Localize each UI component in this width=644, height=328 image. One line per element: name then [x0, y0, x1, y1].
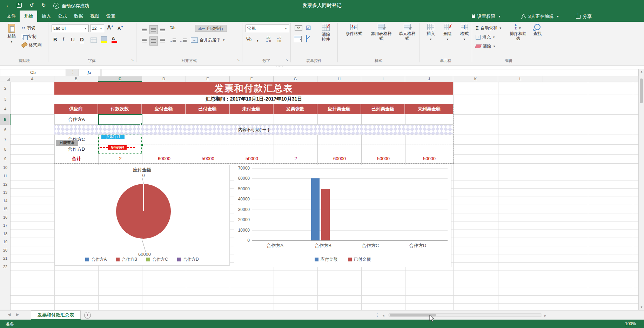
- insert-cells-button[interactable]: ← 插入 ▼: [423, 24, 438, 42]
- align-center-button[interactable]: [149, 36, 158, 46]
- column-header-J[interactable]: J: [405, 76, 453, 82]
- italic-button[interactable]: I: [62, 36, 64, 42]
- zoom-level[interactable]: 100%: [625, 321, 636, 326]
- row-header-14[interactable]: 14: [0, 197, 11, 205]
- column-header-A[interactable]: A: [11, 76, 54, 82]
- row-header-13[interactable]: 13: [0, 188, 11, 197]
- cell[interactable]: [274, 144, 318, 154]
- row-header-12[interactable]: 12: [0, 180, 11, 188]
- copy-button[interactable]: 复制: [22, 33, 36, 40]
- add-sheet-icon[interactable]: +: [84, 312, 91, 319]
- row-header-16[interactable]: 16: [0, 213, 11, 221]
- tab-home[interactable]: 开始: [20, 11, 37, 22]
- row-header-21[interactable]: 21: [0, 254, 11, 262]
- column-header-F[interactable]: F: [230, 76, 274, 82]
- underline-button[interactable]: U: [71, 36, 75, 42]
- hscroll-right-icon[interactable]: ▸: [544, 313, 546, 318]
- column-header-B[interactable]: B: [54, 76, 98, 82]
- cell[interactable]: [318, 114, 362, 125]
- sheet-nav-right-icon[interactable]: ▶: [16, 312, 19, 317]
- cell-supplier[interactable]: 合作方A: [55, 114, 99, 125]
- total-cell[interactable]: 60000: [142, 154, 186, 163]
- fx-icon[interactable]: fx: [79, 69, 100, 76]
- paste-button[interactable]: 粘贴 ▼: [4, 24, 20, 45]
- format-cells-button[interactable]: ↔ 格式 ▼: [457, 24, 472, 42]
- editing-users-button[interactable]: 3人正在编辑 ▼: [521, 13, 559, 20]
- decrease-indent-button[interactable]: ←: [180, 37, 187, 43]
- share-button[interactable]: 分享: [576, 13, 592, 20]
- formula-input[interactable]: [102, 69, 638, 76]
- name-box-splitter[interactable]: ⋮: [71, 69, 75, 74]
- row-header-8[interactable]: 8: [0, 144, 11, 154]
- cell[interactable]: [362, 135, 405, 144]
- cell[interactable]: [230, 135, 274, 144]
- row-header-11[interactable]: 11: [0, 172, 11, 180]
- scroll-up-icon[interactable]: ▲: [640, 70, 643, 73]
- cell[interactable]: [230, 114, 274, 125]
- double-underline-button[interactable]: D: [80, 36, 84, 42]
- decrease-decimal-button[interactable]: ←0.00: [276, 36, 281, 43]
- set-permissions-button[interactable]: 设置权限 ▼: [472, 13, 501, 20]
- row-header-5[interactable]: 5: [0, 114, 11, 125]
- column-header-K[interactable]: K: [453, 76, 498, 82]
- alignment-dialog-launcher-icon[interactable]: ↘: [237, 58, 240, 62]
- column-header-D[interactable]: D: [142, 76, 186, 82]
- comma-style-button[interactable]: ,: [257, 35, 259, 43]
- column-header-L[interactable]: L: [498, 76, 543, 82]
- cell[interactable]: [405, 135, 454, 144]
- total-cell[interactable]: 2: [99, 154, 142, 163]
- row-header-7[interactable]: 7: [0, 135, 11, 144]
- cell[interactable]: [362, 144, 405, 154]
- font-color-button[interactable]: A: [112, 36, 117, 43]
- align-left-button[interactable]: [140, 36, 148, 45]
- back-icon[interactable]: ←: [6, 2, 11, 8]
- bold-button[interactable]: B: [53, 36, 57, 42]
- number-dialog-launcher-icon[interactable]: ↘: [286, 58, 288, 62]
- clear-controls-button[interactable]: ✗ 清除控件: [316, 24, 336, 42]
- total-cell[interactable]: 2: [274, 154, 318, 163]
- select-all-corner[interactable]: [6, 78, 10, 81]
- wrap-text-button[interactable]: ab↩ 自动换行: [195, 25, 227, 32]
- increase-indent-button[interactable]: →: [169, 37, 176, 43]
- cut-button[interactable]: ✂ 剪切: [22, 25, 35, 32]
- autosum-button[interactable]: Σ 自动求和 ▼: [476, 25, 502, 32]
- tab-insert[interactable]: 插入: [39, 11, 54, 22]
- align-middle-button[interactable]: [149, 25, 158, 34]
- font-dialog-launcher-icon[interactable]: ↘: [131, 58, 134, 62]
- row-header-18[interactable]: 18: [0, 230, 11, 238]
- cell[interactable]: [186, 144, 230, 154]
- bar-chart[interactable]: 应付金额已付金额 7000060000500004000030000200001…: [234, 165, 451, 267]
- vertical-scrollbar[interactable]: ▲ ▼: [638, 69, 644, 310]
- redo-icon[interactable]: ↻: [41, 2, 46, 8]
- row-header-22[interactable]: 22: [0, 262, 11, 271]
- horizontal-scrollbar[interactable]: [388, 313, 542, 317]
- pie-chart[interactable]: 应付金额 0 60000 合作方A合作方B合作方C合作方D: [54, 165, 230, 266]
- row-header-4[interactable]: 4: [0, 104, 11, 114]
- clear-button[interactable]: 清除 ▼: [476, 43, 496, 50]
- vertical-scroll-thumb[interactable]: [640, 78, 643, 103]
- fill-button[interactable]: ↓ 填充 ▼: [476, 34, 495, 41]
- row-header-17[interactable]: 17: [0, 221, 11, 230]
- fill-handle[interactable]: [140, 123, 143, 125]
- cell[interactable]: [142, 135, 186, 144]
- find-button[interactable]: 查找: [530, 24, 544, 36]
- increase-decimal-button[interactable]: .00→.0: [265, 36, 271, 43]
- cell[interactable]: [362, 114, 405, 125]
- row-header-10[interactable]: 10: [0, 163, 11, 172]
- row-header-9[interactable]: 9: [0, 154, 11, 163]
- cell[interactable]: [274, 114, 318, 125]
- column-header-G[interactable]: G: [274, 76, 317, 82]
- cell-supplier[interactable]: 合作方D: [55, 144, 99, 154]
- borders-icon[interactable]: [90, 37, 97, 43]
- delete-cells-button[interactable]: ✗ 删除 ▼: [440, 24, 455, 42]
- row-header-19[interactable]: 19: [0, 238, 11, 246]
- row-header-6[interactable]: 6: [0, 125, 11, 135]
- cell[interactable]: [318, 144, 362, 154]
- cell[interactable]: [142, 144, 186, 154]
- link-control-icon[interactable]: [306, 35, 307, 42]
- orientation-icon[interactable]: ⇅b: [170, 25, 175, 30]
- increase-font-icon[interactable]: A▲: [107, 25, 114, 31]
- font-family-select[interactable]: Lao UI▼: [52, 25, 89, 32]
- total-cell[interactable]: 60000: [318, 154, 362, 163]
- sheet-tab-active[interactable]: 发票和付款汇总表: [31, 310, 81, 320]
